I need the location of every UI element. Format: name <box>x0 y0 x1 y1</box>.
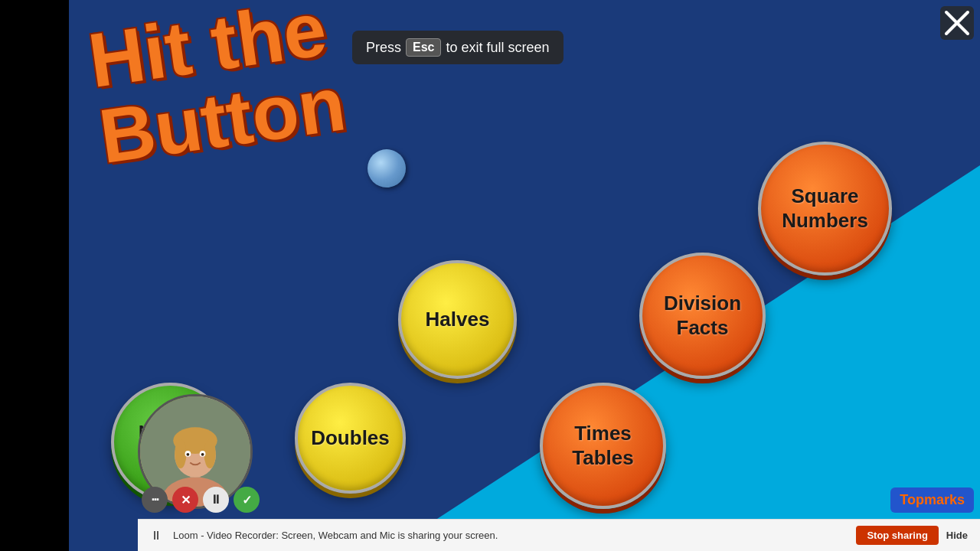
close-fullscreen-button[interactable] <box>940 6 974 40</box>
square-label: SquareNumbers <box>782 184 868 232</box>
times-tables-button[interactable]: TimesTables <box>540 383 666 509</box>
more-options-button[interactable]: ··· <box>142 487 168 513</box>
left-letterbox <box>0 0 69 551</box>
esc-tooltip: Press Esc to exit full screen <box>352 31 564 64</box>
halves-label: Halves <box>426 308 490 331</box>
confirm-button[interactable]: ✓ <box>234 487 260 513</box>
loom-notification-bar: ⏸ Loom - Video Recorder: Screen, Webcam … <box>138 519 980 551</box>
controls-bar: ··· ✕ ⏸ ✓ <box>142 487 260 513</box>
press-label: Press <box>366 40 401 56</box>
doubles-label: Doubles <box>311 426 390 450</box>
loom-message: Loom - Video Recorder: Screen, Webcam an… <box>173 530 848 541</box>
topmarks-text-top: Top <box>900 492 924 507</box>
doubles-button[interactable]: Doubles <box>295 383 406 494</box>
division-facts-button[interactable]: DivisionFacts <box>639 253 766 379</box>
svg-point-8 <box>175 439 186 468</box>
main-canvas: Hit theButton Press Esc to exit full scr… <box>69 0 980 551</box>
topmarks-text-bottom: marks <box>924 492 965 507</box>
svg-point-9 <box>204 439 216 468</box>
topmarks-logo: Topmarks <box>890 487 974 513</box>
times-label: TimesTables <box>572 422 633 469</box>
svg-point-12 <box>186 453 189 456</box>
loom-pause-icon: ⏸ <box>150 529 162 543</box>
stop-button[interactable]: ✕ <box>172 487 198 513</box>
game-title: Hit theButton <box>84 0 350 174</box>
halves-button[interactable]: Halves <box>398 260 517 379</box>
pause-button[interactable]: ⏸ <box>203 487 229 513</box>
esc-instruction: to exit full screen <box>446 40 549 56</box>
svg-point-13 <box>201 453 204 456</box>
hide-button[interactable]: Hide <box>946 530 968 541</box>
ball <box>368 149 406 187</box>
esc-key: Esc <box>406 38 441 57</box>
stop-sharing-button[interactable]: Stop sharing <box>856 526 938 545</box>
square-numbers-button[interactable]: SquareNumbers <box>758 142 892 276</box>
division-label: DivisionFacts <box>664 292 741 339</box>
